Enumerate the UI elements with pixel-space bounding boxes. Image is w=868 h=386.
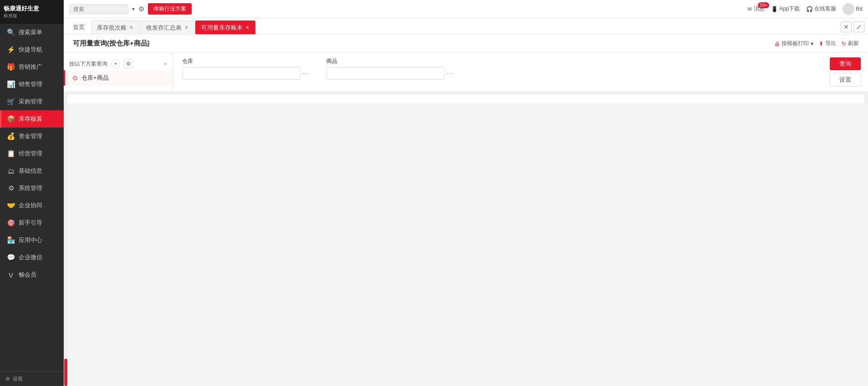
app-edition: 标准版 [4,13,17,19]
sidebar-item-system[interactable]: ⚙ 系统管理 [0,180,64,197]
online-service-link[interactable]: 🎧 在线客服 [806,5,836,13]
sidebar-item-label: 采购管理 [19,98,42,106]
sidebar-item-search[interactable]: 🔍 搜索菜单 [0,24,64,41]
refresh-button[interactable]: ↻ 刷新 [842,40,859,47]
query-button[interactable]: 查询 [830,57,861,70]
finance-icon: 💰 [7,132,15,140]
sidebar-item-quick-nav[interactable]: ⚡ 快捷导航 [0,41,64,58]
user-avatar-area[interactable]: Rit [843,3,863,15]
guide-icon: 🎯 [7,219,15,227]
close-tab-button[interactable]: ✕ [841,21,852,32]
page-title: 可用量查询(按仓库+商品) [73,39,150,48]
query-filters: 仓库 ··· 商品 ··· [173,53,830,91]
export-button[interactable]: ⬆ 导出 [819,40,836,47]
query-scheme-sidebar: 按以下方案查询 + ⚙ « ⊙ 仓库+商品 [64,53,173,91]
sales-icon: 📊 [7,80,15,88]
gear-icon[interactable]: ⚙ [138,5,144,13]
sidebar-footer: ⚙ 设置 [0,371,64,386]
sidebar-item-label: 应用中心 [19,236,42,244]
tab-batch-account[interactable]: 库存批次账✕ [91,21,139,34]
sidebar: 畅康通好生意 标准版 🔍 搜索菜单 ⚡ 快捷导航 🎁 营销推广 📊 销售管理 🛒… [0,0,64,386]
tab-close-icon[interactable]: ✕ [245,25,249,31]
sidebar-item-appcenter[interactable]: 🏪 应用中心 [0,232,64,249]
settings-scheme-button[interactable]: ⚙ [124,59,133,68]
warehouse-more-icon[interactable]: ··· [302,69,308,77]
tabs-right-actions: ✕ ⤢ [841,21,864,34]
app-download-link[interactable]: 📱 App下载 [771,5,800,13]
sidebar-item-inventory[interactable]: 📦 库存核算 [0,110,64,128]
sidebar-item-label: 库存核算 [19,115,42,123]
warehouse-input[interactable] [182,67,300,80]
tab-storage-summary[interactable]: 收发存汇总表✕ [140,21,194,34]
sidebar-header: 畅康通好生意 标准版 [0,0,64,24]
main-area: ▾ ⚙ 体验行业方案 ✉ 消息 99+ 📱 App下载 🎧 在线客服 Rit [64,0,868,386]
setting-button[interactable]: 设置 [830,73,861,87]
scheme-item-warehouse-product[interactable]: ⊙ 仓库+商品 [64,70,173,86]
add-scheme-button[interactable]: + [111,59,120,68]
sidebar-item-label: 基础信息 [19,167,42,175]
sidebar-item-label: 畅会员 [19,271,36,279]
tab-close-icon[interactable]: ✕ [184,25,188,31]
sidebar-item-marketing[interactable]: 🎁 营销推广 [0,58,64,76]
empty-illustration [393,95,439,103]
trial-button[interactable]: 体验行业方案 [148,3,192,15]
query-area: 按以下方案查询 + ⚙ « ⊙ 仓库+商品 仓库 ··· [64,53,868,91]
sidebar-item-basic[interactable]: 🗂 基础信息 [0,162,64,180]
tabs-bar: 首页库存批次账✕收发存汇总表✕可用量库存账本✕ ✕ ⤢ [64,18,868,35]
sidebar-item-purchase[interactable]: 🛒 采购管理 [0,93,64,110]
collapse-button[interactable]: « [164,61,167,67]
print-icon: 🖨 [774,41,780,47]
quick-nav-icon: ⚡ [7,46,15,54]
basic-icon: 🗂 [7,167,15,175]
tab-home[interactable]: 首页 [67,21,90,34]
operation-icon: 📋 [7,149,15,158]
page-header: 可用量查询(按仓库+商品) 🖨 按模板打印 ▾ ⬆ 导出 ↻ 刷新 [64,35,868,53]
empty-inner: 1 请先选择要分析的方案 2 用[过滤]条件来缩小分析范围 [393,95,538,103]
tab-available-qty[interactable]: 可用量库存账本✕ [195,21,255,34]
sidebar-item-label: 资金管理 [19,132,42,140]
sidebar-item-label: 企业微信 [19,253,42,262]
sidebar-item-label: 企业协同 [19,201,42,210]
export-icon: ⬆ [819,41,823,47]
sidebar-item-member[interactable]: V 畅会员 [0,266,64,283]
scheme-icon: ⊙ [72,74,78,82]
search-input[interactable] [69,4,128,14]
tab-close-icon[interactable]: ✕ [129,25,133,31]
avatar [843,3,854,15]
sidebar-item-label: 经营管理 [19,149,42,158]
scrollbar-thumb[interactable] [64,359,67,386]
sidebar-item-guide[interactable]: 🎯 新手引导 [0,214,64,232]
product-input[interactable] [326,67,445,80]
sidebar-item-label: 快捷导航 [19,46,42,54]
dropdown-icon[interactable]: ▾ [132,6,135,12]
empty-state: 1 请先选择要分析的方案 2 用[过滤]条件来缩小分析范围 [67,95,864,103]
warehouse-filter: 仓库 ··· [182,57,308,80]
app-name: 畅康通好生意 [4,5,39,13]
expand-tab-button[interactable]: ⤢ [853,21,864,32]
product-more-icon[interactable]: ··· [447,69,452,77]
refresh-icon: ↻ [842,41,846,47]
query-sidebar-header: 按以下方案查询 + ⚙ « [64,57,173,70]
print-button[interactable]: 🖨 按模板打印 ▾ [774,40,813,47]
inventory-icon: 📦 [7,115,15,123]
sidebar-item-label: 营销推广 [19,63,42,71]
sidebar-item-enterprise[interactable]: 🤝 企业协同 [0,197,64,214]
sidebar-item-finance[interactable]: 💰 资金管理 [0,128,64,145]
sidebar-item-operation[interactable]: 📋 经营管理 [0,145,64,162]
sidebar-item-sales[interactable]: 📊 销售管理 [0,76,64,93]
sidebar-item-label: 搜索菜单 [19,28,42,36]
system-icon: ⚙ [7,184,15,192]
query-action-buttons: 查询 设置 [830,53,868,91]
sidebar-item-wechat[interactable]: 💬 企业微信 [0,249,64,266]
sidebar-item-label: 系统管理 [19,184,42,192]
topbar-right: ✉ 消息 99+ 📱 App下载 🎧 在线客服 Rit [747,3,863,15]
message-button[interactable]: ✉ 消息 99+ [747,5,765,13]
appcenter-icon: 🏪 [7,236,15,244]
right-scrollbar [64,103,67,386]
message-badge: 99+ [758,2,769,8]
product-filter: 商品 ··· [326,57,452,80]
topbar: ▾ ⚙ 体验行业方案 ✉ 消息 99+ 📱 App下载 🎧 在线客服 Rit [64,0,868,18]
content-area: 可用量查询(按仓库+商品) 🖨 按模板打印 ▾ ⬆ 导出 ↻ 刷新 [64,35,868,103]
marketing-icon: 🎁 [7,63,15,71]
search-icon: 🔍 [7,28,15,36]
